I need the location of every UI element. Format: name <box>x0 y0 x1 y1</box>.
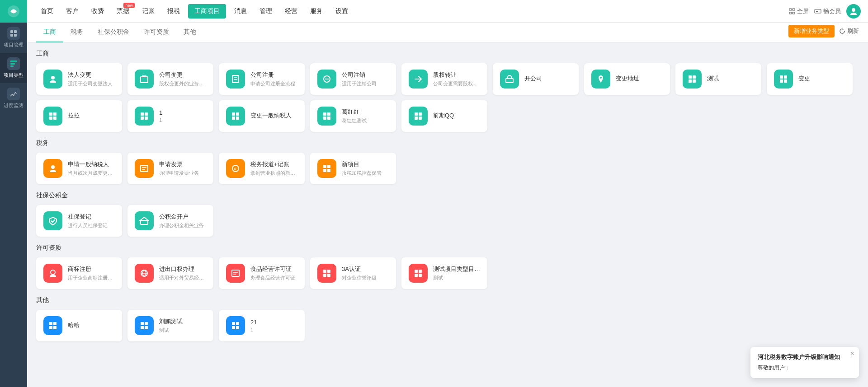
nav-accounting[interactable]: 记账 <box>136 0 161 23</box>
card-desc-food-permit: 办理食品经营许可证 <box>250 275 297 281</box>
card-icon-import-export <box>135 264 154 283</box>
card-import-export[interactable]: 进出口权办理 适用于对外贸易经营者 <box>127 257 213 289</box>
nav-services[interactable]: 服务 <box>304 0 329 23</box>
card-desc-trademark: 用于企业商标注册服务 <box>68 275 115 281</box>
sidebar: 项目管理 项目类型 进度监测 <box>0 0 27 387</box>
tab-xuke[interactable]: 许可资质 <box>137 23 176 42</box>
card-icon-trademark <box>43 264 62 283</box>
card-open-company[interactable]: 开公司 <box>493 63 579 95</box>
svg-rect-74 <box>323 274 326 277</box>
card-title-tax-bookkeeping: 税务报道+记账 <box>250 160 297 168</box>
svg-rect-29 <box>693 75 696 79</box>
nav-settings[interactable]: 设置 <box>329 0 354 23</box>
svg-rect-36 <box>49 112 52 116</box>
svg-point-67 <box>51 270 55 275</box>
nav-customer[interactable]: 客户 <box>60 0 85 23</box>
sidebar-item-project-type[interactable]: 项目类型 <box>0 53 27 83</box>
card-test-type-def[interactable]: 测试项目类型目定义 测试 <box>401 257 487 289</box>
card-trademark[interactable]: 商标注册 用于企业商标注册服务 <box>36 257 122 289</box>
card-test1[interactable]: 测试 <box>675 63 761 95</box>
card-title-liupeng-test: 刘鹏测试 <box>159 317 206 326</box>
card-title-haha: 哈哈 <box>68 321 115 329</box>
svg-rect-62 <box>323 165 326 168</box>
card-apply-invoice[interactable]: 申请发票 办理申请发票业务 <box>127 153 213 184</box>
card-num21[interactable]: 21 1 <box>219 310 305 341</box>
sidebar-logo[interactable] <box>0 0 27 23</box>
svg-rect-85 <box>145 322 148 325</box>
nav-messages[interactable]: 消息 <box>228 0 253 23</box>
section-title-xuke: 许可资质 <box>36 244 859 252</box>
card-food-permit[interactable]: 食品经营许可证 办理食品经营许可证 <box>219 257 305 289</box>
fullscreen-button[interactable]: 全屏 <box>789 7 809 15</box>
card-desc-apply-invoice: 办理申请发票业务 <box>159 170 206 177</box>
tab-shuiwu[interactable]: 税务 <box>63 23 90 42</box>
nav-management[interactable]: 管理 <box>253 0 278 23</box>
card-change-address[interactable]: 变更地址 <box>584 63 670 95</box>
card-lala[interactable]: 拉拉 <box>36 100 122 132</box>
card-icon-test1 <box>683 70 702 89</box>
sidebar-item-project-manage[interactable]: 项目管理 <box>0 23 27 53</box>
tab-other[interactable]: 其他 <box>176 23 203 42</box>
section-title-gongshang: 工商 <box>36 50 859 58</box>
card-qianqi-qq[interactable]: 前期QQ <box>401 100 487 132</box>
card-title-equity-transfer: 股权转让 <box>433 71 480 79</box>
svg-rect-77 <box>419 270 422 273</box>
card-mahonghong[interactable]: 葛红红 葛红红测试 <box>310 100 396 132</box>
card-tax-bookkeeping[interactable]: ¥ 税务报道+记账 拿到营业执照的新公司 <box>219 153 305 184</box>
card-desc-3a-cert: 对企业信誉评级 <box>342 275 389 281</box>
card-liupeng-test[interactable]: 刘鹏测试 测试 <box>127 310 213 341</box>
card-legal-change[interactable]: 法人变更 适用于公司变更法人 <box>36 63 122 95</box>
tab-shebao[interactable]: 社保公积金 <box>90 23 137 42</box>
card-company-reg[interactable]: 公司注册 申请公司注册全流程 <box>219 63 305 95</box>
card-icon-test-type-def <box>409 264 428 283</box>
card-title-lala: 拉拉 <box>68 112 115 120</box>
card-icon-change-address <box>591 70 610 89</box>
card-title-test1: 测试 <box>707 75 754 83</box>
nav-home[interactable]: 首页 <box>34 0 60 23</box>
svg-rect-12 <box>789 9 792 10</box>
refresh-button[interactable]: 刷新 <box>839 27 859 35</box>
tab-gongshang[interactable]: 工商 <box>36 23 63 42</box>
card-haha[interactable]: 哈哈 <box>36 310 122 341</box>
member-button[interactable]: 畅会员 <box>814 7 841 15</box>
card-title-open-company: 开公司 <box>524 75 571 83</box>
card-title-import-export: 进出口权办理 <box>159 265 206 273</box>
notification-close-button[interactable]: ✕ <box>850 350 854 357</box>
svg-rect-54 <box>415 117 418 120</box>
nav-billing[interactable]: 收费 <box>85 0 110 23</box>
card-change1[interactable]: 变更 <box>767 63 853 95</box>
card-title-apply-taxpayer: 申请一般纳税人 <box>68 160 115 168</box>
card-desc-equity-transfer: 公司变更需要股权转让 <box>433 80 480 87</box>
card-company-cancel[interactable]: 公司注销 适用于注销公司 <box>310 63 396 95</box>
card-apply-taxpayer[interactable]: 申请一般纳税人 当月或次月成变更完成 <box>36 153 122 184</box>
sidebar-item-progress-monitor[interactable]: 进度监测 <box>0 83 27 113</box>
nav-industry[interactable]: 工商项目 <box>188 4 226 19</box>
card-company-change[interactable]: 公司变更 股权变更外的业务变更 <box>127 63 213 95</box>
card-icon-mahonghong <box>317 107 336 126</box>
card-icon-company-reg <box>226 70 245 89</box>
svg-rect-83 <box>53 326 57 329</box>
card-housing-fund[interactable]: 公积金开户 办理公积金相关业务 <box>127 205 213 237</box>
card-desc-social-insurance: 进行人员社保登记 <box>68 222 115 229</box>
svg-rect-8 <box>10 65 14 67</box>
card-num1[interactable]: 1 1 <box>127 100 213 132</box>
svg-rect-69 <box>232 270 239 276</box>
svg-rect-48 <box>323 112 326 116</box>
card-icon-company-change <box>135 70 154 89</box>
user-avatar[interactable] <box>846 4 861 19</box>
nav-tax-report[interactable]: 报税 <box>161 0 186 23</box>
card-change-taxpayer[interactable]: 变更一般纳税人 <box>219 100 305 132</box>
card-title-new-project: 新项目 <box>342 160 389 168</box>
nav-tickets[interactable]: 票据 new <box>110 0 136 23</box>
add-business-type-button[interactable]: 新增业务类型 <box>788 25 835 37</box>
card-new-project[interactable]: 新项目 报税加税控盘保管 <box>310 153 396 184</box>
card-3a-cert[interactable]: 3A认证 对企业信誉评级 <box>310 257 396 289</box>
nav-operations[interactable]: 经营 <box>278 0 304 23</box>
svg-rect-47 <box>236 117 239 120</box>
card-equity-transfer[interactable]: 股权转让 公司变更需要股权转让 <box>401 63 487 95</box>
svg-rect-17 <box>816 11 818 12</box>
svg-rect-52 <box>415 112 418 116</box>
section-title-shebao: 社保公积金 <box>36 191 859 200</box>
card-social-insurance[interactable]: 社保登记 进行人员社保登记 <box>36 205 122 237</box>
svg-rect-65 <box>327 169 330 172</box>
